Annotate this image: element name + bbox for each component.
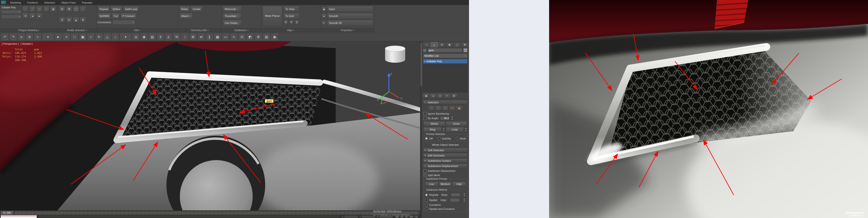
previous-modifier-icon[interactable]: ◂ [29, 13, 35, 19]
viewport-canvas[interactable]: X Y Z [0, 41, 420, 210]
stack-item-editable-poly[interactable]: ● Editable Poly [423, 59, 467, 63]
use-displacement-button[interactable]: Use Displa... [223, 20, 242, 26]
ribbon-tab[interactable]: Object Paint [58, 0, 79, 5]
method-spatial-curvature-radio[interactable] [425, 207, 428, 210]
object-color-swatch[interactable] [463, 48, 468, 52]
nurms-button[interactable]: NURMS [98, 13, 111, 19]
layer-explorer-icon[interactable]: ▦ [214, 33, 221, 41]
panel-caption-subdivision[interactable]: Subdivision▾ [222, 28, 261, 32]
select-and-link-icon[interactable]: ∞ [18, 33, 25, 41]
window-crossing-icon[interactable]: ▣ [79, 33, 87, 41]
shrink-button[interactable]: Shrink [424, 121, 445, 126]
next-frame-icon[interactable]: ►► [409, 215, 414, 218]
tab-utilities[interactable]: ⊠ [461, 42, 468, 47]
align-icon[interactable]: ∥ [206, 33, 213, 41]
collapse-stack-icon[interactable]: ▾ [22, 13, 29, 19]
ring-grow-icon[interactable]: ▲ [73, 17, 79, 23]
angle-snap-icon[interactable]: ∠ [165, 33, 173, 41]
coordinate-field[interactable] [344, 215, 358, 218]
app-logo-icon[interactable] [1, 1, 6, 4]
tab-motion[interactable]: ◉ [446, 42, 453, 47]
split-mesh-checkbox[interactable]: ✓ [424, 174, 427, 177]
subdivision-preset-button[interactable]: Medium [439, 182, 452, 186]
material-editor-icon[interactable]: ◩ [246, 33, 254, 41]
scrollbar-thumb[interactable] [421, 43, 422, 86]
coordinate-field[interactable] [379, 215, 393, 218]
loop-button[interactable]: Loop [446, 127, 464, 132]
panel-caption-properties[interactable]: Properties▾ [320, 28, 374, 32]
render-setup-icon[interactable]: ⚙ [254, 33, 262, 41]
ribbon-tab[interactable]: Modeling [7, 0, 24, 5]
tab-modify[interactable]: ◐ [431, 42, 438, 47]
panel-caption-geometry[interactable]: Geometry (All)▾ [178, 28, 221, 32]
repeat-button[interactable]: Repeat [98, 6, 110, 12]
border-icon[interactable]: ◻ [36, 6, 42, 12]
next-modifier-icon[interactable]: ▸ [36, 13, 42, 19]
snap-toggle-icon[interactable]: 3 [157, 33, 164, 41]
subdivision-preset-button[interactable]: Low [425, 182, 438, 186]
polygon-icon[interactable]: ▱ [43, 6, 50, 12]
loop-shrink-icon[interactable]: ↻ [66, 17, 72, 23]
loop-spinner[interactable]: ▴▾ [464, 127, 467, 132]
rectangular-selection-icon[interactable]: □ [71, 33, 79, 41]
smooth-30-button[interactable]: Smooth 30 [327, 20, 373, 26]
tab-hierarchy[interactable]: ⊟ [438, 42, 446, 47]
edge-icon[interactable]: ╱ [435, 106, 441, 111]
edge-field[interactable] [450, 198, 460, 202]
grow-selection-icon[interactable]: ⊞ [66, 6, 72, 12]
cut-button[interactable]: Cut [112, 13, 120, 19]
undo-icon[interactable]: ↶ [1, 33, 9, 41]
p-connect-button[interactable]: P Connect [120, 13, 136, 19]
select-and-rotate-icon[interactable]: ↻ [95, 33, 103, 41]
reference-coordinate-dropdown[interactable]: ▾ [120, 33, 132, 41]
steps-spinner[interactable]: ▴▾ [463, 193, 466, 197]
hard-button[interactable]: Hard [327, 6, 373, 12]
smooth-button[interactable]: Smooth [327, 13, 373, 19]
modifier-stack[interactable]: ● Editable Poly [423, 59, 468, 93]
unlink-selection-icon[interactable]: ⊘ [26, 33, 33, 41]
mirror-icon[interactable]: ⇄ [197, 33, 205, 41]
render-production-icon[interactable]: ◉ [271, 33, 278, 41]
to-view-button[interactable]: To View [283, 6, 299, 12]
ribbon-tab[interactable]: Populate [79, 0, 95, 5]
method-spatial-radio[interactable] [425, 198, 428, 202]
select-and-place-icon[interactable]: ⌂ [112, 33, 119, 41]
by-angle-checkbox[interactable] [424, 117, 427, 120]
shrink-selection-icon[interactable]: ⊟ [59, 6, 65, 12]
select-object-icon[interactable]: ► [55, 33, 62, 41]
relax-button[interactable]: Relax [179, 6, 190, 12]
select-and-move-icon[interactable]: + [87, 33, 95, 41]
previous-frame-icon[interactable]: ◄ [400, 215, 404, 218]
percent-snap-icon[interactable]: % [173, 33, 181, 41]
show-end-result-icon[interactable]: ⊔ [430, 93, 436, 98]
selection-filter-dropdown[interactable]: ▾ [42, 33, 54, 41]
ring-selection-icon[interactable]: ◌ [80, 6, 86, 12]
make-planar-y-button[interactable]: Y [289, 20, 294, 25]
loop-selection-icon[interactable]: ◯ [73, 6, 79, 12]
modifier-stack-mini-dropdown[interactable]: ▾ [1, 10, 21, 14]
remove-modifier-icon[interactable]: × [444, 93, 450, 98]
method-curvature-radio[interactable] [425, 203, 428, 206]
by-angle-spinner[interactable]: ▴▾ [451, 116, 454, 120]
ring-spinner[interactable]: ▴▾ [442, 127, 445, 132]
create-button[interactable]: Create [191, 6, 203, 12]
make-unique-icon[interactable]: ⊎ [437, 93, 443, 98]
keyboard-override-icon[interactable]: ▤ [148, 33, 156, 41]
ring-shrink-icon[interactable]: ▼ [80, 17, 86, 23]
perspective-viewport[interactable]: X Y Z [ Perspective ] [ Shaded ] Tot [0, 41, 420, 210]
make-planar-x-button[interactable]: X [283, 20, 288, 25]
key-toggle-icon[interactable]: ● [414, 215, 418, 218]
time-slider-handle[interactable]: 0 / 100 [1, 211, 13, 215]
swift-loop-button[interactable]: Swift Loop [123, 6, 139, 12]
rollout-header-selection[interactable]: − Selection [423, 100, 468, 105]
element-icon[interactable]: ◼ [456, 106, 462, 111]
rendered-frame-icon[interactable]: ▥ [262, 33, 270, 41]
go-to-start-icon[interactable]: ◄◄ [395, 215, 399, 218]
qslice-button[interactable]: QSlice [111, 6, 122, 12]
panel-caption-edit[interactable]: Edit▾ [96, 28, 178, 32]
play-icon[interactable]: ► [404, 215, 409, 218]
edit-named-selections-icon[interactable]: ⊞ [189, 33, 197, 41]
preview-subobj-radio[interactable] [438, 137, 441, 140]
grow-button[interactable]: Grow [446, 121, 467, 126]
ribbon-tab[interactable]: Selection [41, 0, 58, 5]
